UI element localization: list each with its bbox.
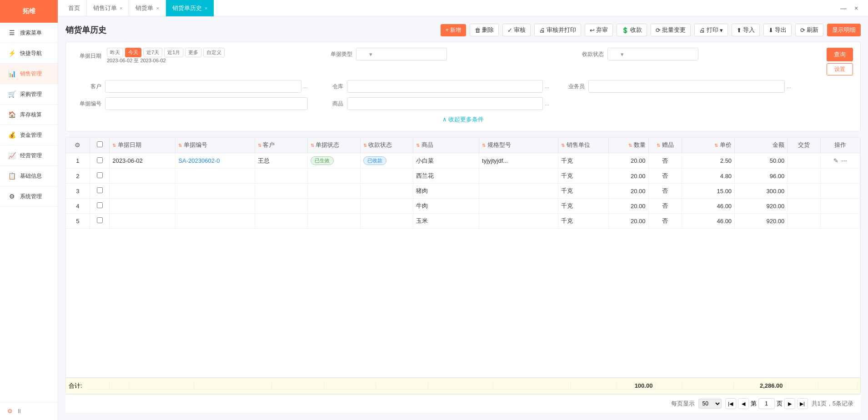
tab-sales-history[interactable]: 销货单历史 ×: [166, 0, 214, 16]
sidebar-bottom-icon1[interactable]: ⚙: [7, 408, 13, 415]
page-number-input[interactable]: [758, 398, 775, 409]
trade-col-header[interactable]: 交货: [788, 137, 821, 153]
warehouse-ellipsis[interactable]: ...: [545, 83, 549, 90]
customer-col-header[interactable]: ⇅ 客户: [255, 137, 307, 153]
minimize-button[interactable]: —: [839, 4, 848, 13]
sidebar-item-finance-mgmt[interactable]: 💰 资金管理: [0, 125, 58, 145]
batch-change-button[interactable]: ⟳ 批量变更: [651, 24, 691, 36]
row-checkbox-cell[interactable]: [90, 199, 110, 214]
collect-button[interactable]: 💲 收款: [617, 24, 647, 36]
audit-button[interactable]: ✓ 审核: [502, 24, 531, 36]
paystatus-col-header[interactable]: ⇅ 收款状态: [360, 137, 413, 153]
tab-home[interactable]: 首页: [62, 0, 87, 16]
warehouse-input[interactable]: [347, 80, 543, 93]
goods-col-header[interactable]: ⇅ 商品: [413, 137, 479, 153]
row-checkbox[interactable]: [97, 157, 103, 163]
row-actions[interactable]: [820, 184, 860, 199]
show-detail-button[interactable]: 显示明细: [827, 24, 861, 36]
row-checkbox-cell[interactable]: [90, 214, 110, 229]
tab-sales-order-close[interactable]: ×: [120, 5, 122, 11]
import-button[interactable]: ⬆ 导入: [732, 24, 760, 36]
sidebar-item-inventory[interactable]: 🏠 库存核算: [0, 105, 58, 125]
customer-ellipsis[interactable]: ...: [303, 83, 308, 90]
collapse-button[interactable]: ∧ 收起更多条件: [73, 114, 853, 125]
tab-sales-delivery[interactable]: 销货单 ×: [129, 0, 166, 16]
filter-area: 单据日期 昨天 今天 近7天 近1月 更多 自定义 2023-06-02 至 2…: [65, 42, 861, 131]
print-button[interactable]: 🖨 打印 ▾: [694, 24, 728, 36]
tab-sales-order[interactable]: 销售订单 ×: [87, 0, 129, 16]
sidebar-item-purchase-mgmt[interactable]: 🛒 采购管理: [0, 84, 58, 105]
row-checkbox[interactable]: [97, 217, 103, 223]
qty-col-header[interactable]: ⇅ 数量: [609, 137, 648, 153]
date-btn-7days[interactable]: 近7天: [143, 48, 162, 57]
goods-input[interactable]: [347, 97, 543, 110]
select-all-checkbox[interactable]: [97, 141, 103, 147]
export-button[interactable]: ⬇ 导出: [763, 24, 792, 36]
unit-col-header[interactable]: ⇅ 销售单位: [558, 137, 609, 153]
sidebar-item-basic-info[interactable]: 📋 基础信息: [0, 166, 58, 186]
sidebar-item-operation-mgmt[interactable]: 📈 经营管理: [0, 145, 58, 166]
docstatus-col-header[interactable]: ⇅ 单据状态: [307, 137, 360, 153]
date-btn-custom[interactable]: 自定义: [203, 48, 225, 57]
per-page-select[interactable]: 50 100 200: [698, 399, 722, 409]
row-docno[interactable]: [176, 214, 255, 229]
customer-input[interactable]: [105, 80, 301, 93]
goods-ellipsis[interactable]: ...: [545, 100, 549, 107]
sidebar-bottom-icon2[interactable]: ⏸: [16, 408, 22, 415]
row-docno[interactable]: [176, 169, 255, 184]
row-checkbox[interactable]: [97, 202, 103, 208]
docno-input[interactable]: [105, 97, 308, 110]
date-btn-today[interactable]: 今天: [125, 48, 141, 57]
docno-col-header[interactable]: ⇅ 单据编号: [176, 137, 255, 153]
close-button[interactable]: ×: [852, 4, 861, 13]
row-checkbox[interactable]: [97, 187, 103, 193]
date-btn-yesterday[interactable]: 昨天: [107, 48, 123, 57]
row-docno[interactable]: [176, 184, 255, 199]
tab-sales-delivery-close[interactable]: ×: [156, 5, 159, 11]
tab-sales-history-label: 销货单历史: [172, 4, 202, 12]
pay-status-select[interactable]: ▾: [607, 48, 698, 60]
row-actions[interactable]: [820, 214, 860, 229]
row-actions[interactable]: ✎⋯: [820, 153, 860, 169]
spec-col-header[interactable]: ⇅ 规格型号: [479, 137, 558, 153]
row-checkbox[interactable]: [97, 172, 103, 178]
row-docno[interactable]: SA-20230602-0: [176, 153, 255, 169]
last-page-button[interactable]: ▶|: [797, 398, 808, 409]
delete-button[interactable]: 🗑 删除: [470, 24, 499, 36]
sidebar-item-quick-nav[interactable]: ⚡ 快捷导航: [0, 43, 58, 64]
gift-col-header[interactable]: ⇅ 赠品: [648, 137, 682, 153]
settings-col-header[interactable]: ⚙: [66, 137, 90, 153]
tab-sales-history-close[interactable]: ×: [205, 5, 207, 11]
first-page-button[interactable]: |◀: [725, 398, 736, 409]
abandon-button[interactable]: ↩ 弃审: [585, 24, 613, 36]
date-col-header[interactable]: ⇅ 单据日期: [110, 137, 176, 153]
amount-col-header[interactable]: 金额: [735, 137, 788, 153]
date-btn-1month[interactable]: 近1月: [164, 48, 183, 57]
prev-page-button[interactable]: ◀: [738, 398, 749, 409]
salesperson-input[interactable]: [588, 80, 785, 93]
row-checkbox-cell[interactable]: [90, 153, 110, 169]
sidebar-item-system-mgmt[interactable]: ⚙ 系统管理: [0, 186, 58, 207]
new-button[interactable]: + 新增: [441, 24, 466, 36]
more-icon[interactable]: ⋯: [841, 157, 847, 164]
set-button[interactable]: 设置: [827, 63, 853, 75]
refresh-button[interactable]: ⟳ 刷新: [795, 24, 823, 36]
price-col-header[interactable]: ⇅ 单价: [682, 137, 735, 153]
next-page-button[interactable]: ▶: [784, 398, 795, 409]
doc-type-select[interactable]: ▾: [356, 48, 447, 60]
sidebar-item-sales-mgmt[interactable]: 📊 销售管理: [0, 64, 58, 84]
row-checkbox-cell[interactable]: [90, 169, 110, 184]
doc-no-link[interactable]: SA-20230602-0: [178, 157, 220, 164]
salesperson-ellipsis[interactable]: ...: [787, 83, 791, 90]
query-button[interactable]: 查询: [827, 48, 853, 61]
audit-print-button[interactable]: 🖨 审核并打印: [534, 24, 581, 36]
row-actions[interactable]: [820, 199, 860, 214]
checkbox-col-header[interactable]: [90, 137, 110, 153]
row-actions[interactable]: [820, 169, 860, 184]
row-docno[interactable]: [176, 199, 255, 214]
sidebar-item-search-menu[interactable]: ☰ 搜索菜单: [0, 23, 58, 43]
edit-icon[interactable]: ✎: [833, 157, 838, 164]
date-btn-more[interactable]: 更多: [185, 48, 201, 57]
row-checkbox-cell[interactable]: [90, 184, 110, 199]
column-settings-button[interactable]: ⚙: [75, 141, 80, 149]
